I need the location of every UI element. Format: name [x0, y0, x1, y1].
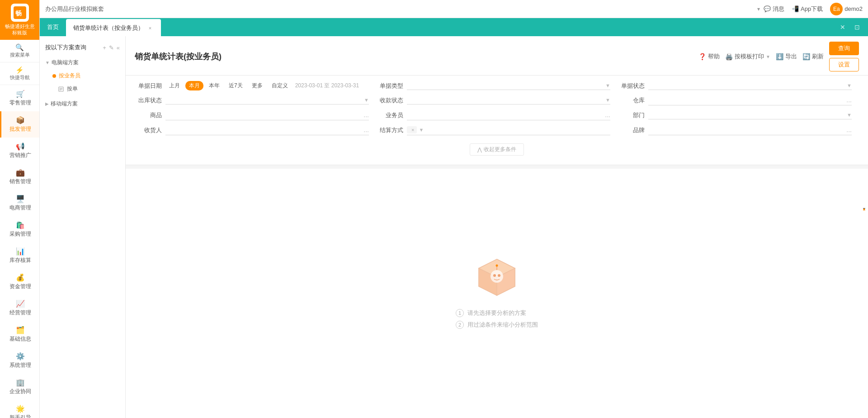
- scheme-group-pc-title[interactable]: ▼ 电脑端方案: [40, 56, 125, 69]
- brand-select[interactable]: ...: [648, 125, 852, 135]
- purchase-icon: 🛍️: [16, 221, 25, 229]
- empty-illustration: [474, 255, 519, 300]
- settings-button[interactable]: 设置: [829, 58, 859, 71]
- marketing-icon: 📢: [16, 142, 25, 151]
- sidebar-item-enterprise[interactable]: 🏢 企业协同: [0, 374, 39, 400]
- mobile-group-expand-icon: ▶: [45, 101, 49, 106]
- date-tags: 上月 本月 本年 近7天 更多 自定义: [165, 81, 292, 90]
- brand-control: ...: [648, 125, 852, 135]
- salesperson-select[interactable]: ...: [407, 110, 610, 120]
- help-icon: ❓: [698, 53, 706, 60]
- template-print-action[interactable]: 🖨️ 按模板打印 ▼: [725, 52, 770, 61]
- settlement-label: 结算方式: [376, 126, 403, 134]
- topbar-app-download[interactable]: 📲 App下载: [792, 5, 823, 13]
- stock-status-control: ▼: [165, 96, 369, 104]
- consignee-dots-icon[interactable]: ...: [363, 126, 369, 133]
- product-label: 商品: [135, 111, 162, 119]
- product-select[interactable]: ...: [165, 110, 369, 120]
- left-panel: 按以下方案查询 + ✎ « ▼ 电脑端方案 按业务员: [40, 36, 126, 418]
- date-tag-last7[interactable]: 近7天: [225, 81, 246, 90]
- brand-dots-icon[interactable]: ...: [846, 126, 852, 133]
- scheme-item-by-salesperson[interactable]: 按业务员: [40, 69, 125, 82]
- doc-status-select[interactable]: ▼: [648, 81, 852, 90]
- settlement-arrow-icon: ▼: [419, 127, 424, 133]
- main-area: 办公用品行业模拟账套 ▾ 💬 消息 📲 App下载 Ea demo2 首页: [40, 0, 868, 418]
- left-panel-header: 按以下方案查询 + ✎ «: [40, 41, 125, 54]
- scheme-group-mobile-title[interactable]: ▶ 移动端方案: [40, 97, 125, 110]
- product-dots-icon[interactable]: ...: [363, 111, 369, 119]
- sub-item-icon: [58, 86, 64, 92]
- refresh-action[interactable]: 🔄 刷新: [802, 52, 824, 61]
- date-control: 上月 本月 本年 近7天 更多 自定义 2023-03-01 至 2023-03…: [165, 81, 369, 90]
- scheme-collapse-icon[interactable]: «: [117, 44, 120, 51]
- sidebar-item-sales[interactable]: 💼 销售管理: [0, 164, 39, 190]
- print-dropdown-icon: ▼: [766, 54, 770, 59]
- tab-close-icon[interactable]: ×: [146, 24, 154, 32]
- scheme-panel-title: 按以下方案查询: [45, 43, 86, 52]
- filter-row-4: 收货人 ... 结算方式: [135, 125, 859, 135]
- department-select[interactable]: ▼: [648, 111, 852, 119]
- inventory-icon: 📊: [16, 247, 25, 256]
- sidebar-item-inventory[interactable]: 📊 库存核算: [0, 242, 39, 269]
- settlement-control: × ▼: [407, 125, 610, 135]
- receipt-status-select[interactable]: ▼: [407, 96, 610, 104]
- topbar-dropdown-icon[interactable]: ▾: [757, 6, 760, 12]
- consignee-select[interactable]: ...: [165, 125, 369, 135]
- system-icon: ⚙️: [16, 352, 25, 361]
- settlement-tag: ×: [407, 126, 417, 133]
- warehouse-select[interactable]: ...: [648, 95, 852, 105]
- sidebar-item-newbie[interactable]: 🌟 新手引导: [0, 400, 39, 418]
- sidebar-item-marketing[interactable]: 📢 营销推广: [0, 138, 39, 164]
- topbar-user[interactable]: Ea demo2: [830, 3, 863, 15]
- collapse-up-icon: ⋀: [477, 147, 482, 153]
- query-button[interactable]: 查询: [829, 42, 859, 55]
- sidebar-item-system[interactable]: ⚙️ 系统管理: [0, 347, 39, 374]
- sidebar-item-operation[interactable]: 📈 经营管理: [0, 295, 39, 321]
- tab-maximize-icon[interactable]: ⊡: [852, 22, 863, 33]
- page-header: 销货单统计表(按业务员) ❓ 帮助 🖨️ 按模板打印 ▼ ⬇️ 导出: [126, 36, 868, 76]
- print-icon: 🖨️: [725, 53, 733, 60]
- scheme-panel-actions: + ✎ «: [103, 44, 120, 51]
- sidebar-item-finance[interactable]: 💰 资金管理: [0, 269, 39, 295]
- scheme-add-icon[interactable]: +: [103, 44, 106, 51]
- date-tag-this-month[interactable]: 本月: [185, 81, 203, 90]
- page-header-actions: ❓ 帮助 🖨️ 按模板打印 ▼ ⬇️ 导出 🔄 刷新: [698, 42, 859, 71]
- settlement-select[interactable]: × ▼: [407, 125, 610, 135]
- tab-sales-stat[interactable]: 销货单统计表（按业务员） ×: [66, 19, 161, 37]
- date-tag-more[interactable]: 更多: [248, 81, 266, 90]
- brand-label: 品牌: [618, 126, 645, 134]
- salesperson-control: ...: [407, 110, 610, 120]
- sidebar-item-basic[interactable]: 🗂️ 基础信息: [0, 321, 39, 347]
- date-tag-last-month[interactable]: 上月: [165, 81, 184, 90]
- stock-status-select[interactable]: ▼: [165, 96, 369, 104]
- sidebar-item-wholesale[interactable]: 📦 批发管理 ▲: [0, 111, 39, 138]
- date-tag-custom[interactable]: 自定义: [268, 81, 292, 90]
- topbar-message[interactable]: 💬 消息: [764, 5, 784, 13]
- sidebar-item-purchase[interactable]: 🛍️ 采购管理: [0, 216, 39, 242]
- page-title: 销货单统计表(按业务员): [135, 51, 222, 62]
- message-icon: 💬: [764, 5, 771, 12]
- sidebar-item-retail[interactable]: 🛒 零售管理 ▼: [0, 85, 39, 111]
- sidebar-quicknav[interactable]: ⚡ 快捷导航: [0, 62, 39, 85]
- svg-point-11: [493, 274, 496, 277]
- date-tag-this-year[interactable]: 本年: [205, 81, 223, 90]
- sidebar-logo[interactable]: 畅 畅捷通好生意 标账版: [0, 0, 39, 40]
- scheme-sub-item-by-order[interactable]: 按单: [40, 82, 125, 95]
- filter-brand: 品牌 ...: [618, 125, 859, 135]
- sidebar-search-menu[interactable]: 🔍 搜索菜单: [0, 40, 39, 62]
- receipt-status-arrow-icon: ▼: [605, 97, 610, 103]
- tab-close-window-icon[interactable]: ✕: [837, 22, 848, 33]
- collapse-button[interactable]: ⋀ 收起更多条件: [470, 143, 524, 156]
- scheme-edit-icon[interactable]: ✎: [109, 44, 114, 51]
- svg-text:畅: 畅: [15, 10, 22, 17]
- filter-product: 商品 ...: [135, 110, 376, 120]
- doc-type-select[interactable]: ▼: [407, 81, 610, 90]
- help-action[interactable]: ❓ 帮助: [698, 52, 720, 61]
- tab-home[interactable]: 首页: [40, 18, 66, 36]
- scheme-group-pc: ▼ 电脑端方案 按业务员 按单: [40, 56, 125, 95]
- sidebar-item-ecommerce[interactable]: 🖥️ 电商管理: [0, 190, 39, 216]
- salesperson-dots-icon[interactable]: ...: [605, 111, 610, 119]
- warehouse-dots-icon[interactable]: ...: [846, 96, 852, 104]
- export-action[interactable]: ⬇️ 导出: [776, 52, 797, 61]
- settlement-tag-close-icon[interactable]: ×: [411, 127, 414, 133]
